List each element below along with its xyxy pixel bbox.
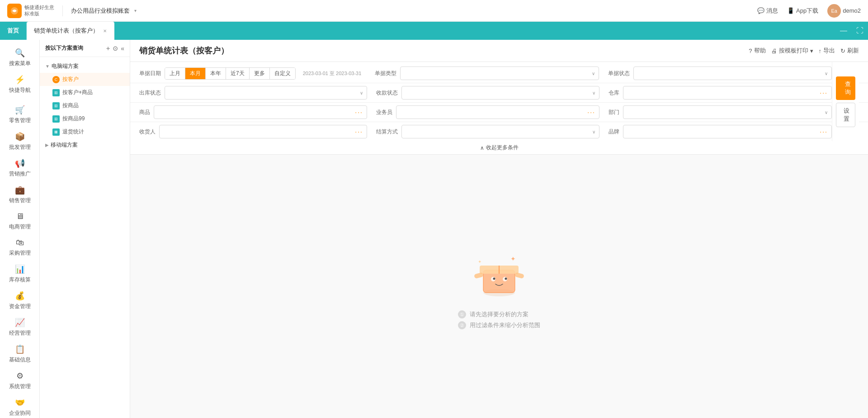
sidebar-item-retail[interactable]: 🛒 零售管理 bbox=[0, 101, 39, 128]
tree-item-by-product-label: 按商品 bbox=[62, 102, 79, 109]
filter-row-4: 收货人 ··· 结算方式 ∨ bbox=[130, 122, 868, 141]
voucher-status-select[interactable]: ∨ bbox=[633, 66, 832, 80]
query-button[interactable]: 查询 bbox=[836, 76, 855, 100]
setting-button[interactable]: 设置 bbox=[836, 103, 855, 127]
receiver-select[interactable]: ··· bbox=[159, 125, 367, 138]
app-download-button[interactable]: 📱 App下载 bbox=[787, 7, 818, 15]
logo-icon bbox=[7, 4, 22, 18]
export-button[interactable]: ↑ 导出 bbox=[819, 47, 835, 55]
tab-home[interactable]: 首页 bbox=[0, 22, 27, 40]
message-button[interactable]: 💬 消息 bbox=[757, 7, 778, 15]
avatar: Ea bbox=[827, 4, 841, 18]
sidebar-item-collab[interactable]: 🤝 企业协同 bbox=[0, 394, 39, 418]
tree-group-mobile-header[interactable]: ▶ 移动端方案 bbox=[40, 138, 130, 152]
svg-rect-10 bbox=[474, 272, 484, 279]
department-label: 部门 bbox=[609, 109, 619, 116]
receipt-status-select[interactable]: ∨ bbox=[401, 86, 599, 100]
date-btn-custom[interactable]: 自定义 bbox=[270, 68, 295, 79]
refresh-icon: ↻ bbox=[840, 48, 845, 54]
sidebar-item-sales[interactable]: 💼 销售管理 bbox=[0, 181, 39, 208]
message-icon: 💬 bbox=[757, 7, 764, 14]
sidebar-item-inventory[interactable]: 📊 库存核算 bbox=[0, 261, 39, 287]
scheme-add-btn[interactable]: + bbox=[106, 45, 110, 52]
inventory-icon: 📊 bbox=[15, 264, 25, 274]
sidebar-item-finance[interactable]: 💰 资金管理 bbox=[0, 287, 39, 314]
filter-row-1: 单据日期 上月 本月 本年 近7天 更多 自定义 2023-03-01 至 20… bbox=[130, 62, 868, 83]
payment-select[interactable]: ∨ bbox=[401, 125, 599, 138]
brand-dots: ··· bbox=[820, 128, 828, 135]
brand-select[interactable]: ··· bbox=[623, 125, 832, 138]
tree-item-by-customer-product-label: 按客户+商品 bbox=[62, 89, 93, 96]
date-btn-more[interactable]: 更多 bbox=[250, 68, 270, 79]
date-btn-this-month[interactable]: 本月 bbox=[185, 68, 206, 79]
warehouse-select[interactable]: ··· bbox=[623, 86, 832, 100]
sidebar-item-marketing[interactable]: 📢 营销推广 bbox=[0, 155, 39, 181]
tree-item-by-customer[interactable]: C 按客户 bbox=[40, 73, 130, 86]
main-content: 销货单统计表（按客户） ? 帮助 🖨 按模板打印 ▾ ↑ bbox=[130, 40, 868, 418]
sidebar-base-label: 基础信息 bbox=[9, 356, 31, 364]
tree-arrow-desktop: ▼ bbox=[45, 64, 50, 69]
scheme-tree: ▼ 电脑端方案 C 按客户 ⊞ 按客户+商品 ⊞ bbox=[40, 57, 130, 418]
empty-state: ✦ ✦ ① 请先选择要分析的方案 ② 用过滤条件来缩小分析范围 bbox=[130, 155, 868, 418]
user-profile[interactable]: Ea demo2 bbox=[827, 4, 861, 18]
tree-group-desktop-header[interactable]: ▼ 电脑端方案 bbox=[40, 60, 130, 73]
print-icon: 🖨 bbox=[771, 48, 777, 54]
date-btn-last-month[interactable]: 上月 bbox=[165, 68, 185, 79]
voucher-type-select[interactable]: ∨ bbox=[400, 66, 599, 80]
sidebar-wholesale-label: 批发管理 bbox=[9, 143, 31, 151]
sidebar-item-base[interactable]: 📋 基础信息 bbox=[0, 341, 39, 367]
marketing-icon: 📢 bbox=[15, 158, 25, 168]
page-actions: ? 帮助 🖨 按模板打印 ▾ ↑ 导出 ↻ bbox=[749, 47, 859, 55]
sidebar-item-operations[interactable]: 📈 经营管理 bbox=[0, 314, 39, 341]
tree-item-return-stats[interactable]: ▦ 退货统计 bbox=[40, 125, 130, 138]
product-select[interactable]: ··· bbox=[154, 105, 367, 119]
out-status-select[interactable]: ∨ bbox=[165, 86, 367, 100]
tab-minimize-icon[interactable]: — bbox=[835, 27, 852, 35]
sidebar-item-search[interactable]: 🔍 搜索菜单 bbox=[0, 44, 39, 71]
collapse-button[interactable]: ∧ 收起更多条件 bbox=[480, 144, 519, 152]
sidebar-item-purchase[interactable]: 🛍 采购管理 bbox=[0, 234, 39, 261]
tree-item-by-product-99[interactable]: ⊞ 按商品99 bbox=[40, 112, 130, 125]
date-btn-this-year[interactable]: 本年 bbox=[206, 68, 226, 79]
date-btn-7days[interactable]: 近7天 bbox=[226, 68, 250, 79]
empty-svg: ✦ ✦ bbox=[470, 241, 528, 299]
svg-point-8 bbox=[493, 278, 495, 280]
tab-close-icon[interactable]: ✕ bbox=[103, 28, 107, 33]
sidebar-item-quicknav[interactable]: ⚡ 快捷导航 bbox=[0, 71, 39, 98]
main-layout: 🔍 搜索菜单 ⚡ 快捷导航 🛒 零售管理 📦 批发管理 📢 营销推广 💼 bbox=[0, 40, 868, 418]
page-header: 销货单统计表（按客户） ? 帮助 🖨 按模板打印 ▾ ↑ bbox=[130, 40, 868, 62]
tab-report[interactable]: 销货单统计表（按客户） ✕ bbox=[27, 22, 114, 40]
tree-item-by-product-icon: ⊞ bbox=[52, 102, 60, 109]
header-dropdown-icon[interactable]: ▾ bbox=[134, 8, 137, 13]
tree-arrow-mobile: ▶ bbox=[45, 142, 49, 147]
department-select[interactable]: ∨ bbox=[623, 105, 832, 119]
tree-item-by-product-99-label: 按商品99 bbox=[62, 115, 85, 123]
product-label: 商品 bbox=[139, 109, 150, 116]
tree-item-by-customer-product[interactable]: ⊞ 按客户+商品 bbox=[40, 86, 130, 99]
refresh-button[interactable]: ↻ 刷新 bbox=[840, 47, 859, 55]
receiver-label: 收货人 bbox=[139, 128, 156, 136]
sidebar-marketing-label: 营销推广 bbox=[9, 170, 31, 178]
sidebar-ecommerce-label: 电商管理 bbox=[9, 223, 31, 231]
sidebar-item-ecommerce[interactable]: 🖥 电商管理 bbox=[0, 208, 39, 234]
tree-group-desktop-label: 电脑端方案 bbox=[52, 62, 79, 70]
logo: 畅捷通好生意 标准版 bbox=[7, 4, 54, 18]
warehouse-label: 仓库 bbox=[609, 89, 619, 97]
scheme-refresh-btn[interactable]: ⊙ bbox=[113, 45, 118, 52]
scheme-collapse-btn[interactable]: « bbox=[121, 45, 124, 52]
sidebar-quicknav-label: 快捷导航 bbox=[9, 86, 31, 94]
print-button[interactable]: 🖨 按模板打印 ▾ bbox=[771, 47, 813, 55]
wholesale-icon: 📦 bbox=[15, 132, 25, 142]
tree-item-by-product[interactable]: ⊞ 按商品 bbox=[40, 99, 130, 112]
sidebar-purchase-label: 采购管理 bbox=[9, 249, 31, 257]
scheme-panel: 按以下方案查询 + ⊙ « ▼ 电脑端方案 C bbox=[40, 40, 130, 418]
system-icon: ⚙ bbox=[16, 371, 24, 381]
print-dropdown-icon: ▾ bbox=[810, 48, 813, 54]
export-icon: ↑ bbox=[819, 48, 822, 54]
salesperson-select[interactable]: ··· bbox=[396, 105, 599, 119]
collapse-bar[interactable]: ∧ 收起更多条件 bbox=[130, 141, 868, 155]
sidebar-item-wholesale[interactable]: 📦 批发管理 bbox=[0, 128, 39, 155]
help-button[interactable]: ? 帮助 bbox=[749, 47, 765, 55]
tab-maximize-icon[interactable]: ⛶ bbox=[852, 27, 868, 35]
sidebar-item-system[interactable]: ⚙ 系统管理 bbox=[0, 367, 39, 394]
